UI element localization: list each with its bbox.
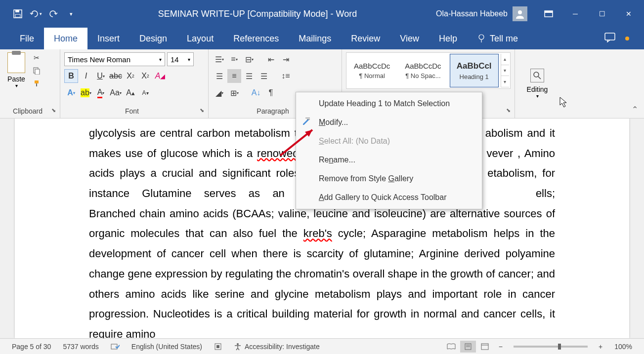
align-center-button[interactable]: ≡	[227, 69, 241, 83]
editing-group[interactable]: Editing ▾	[515, 49, 559, 118]
styles-scroll-up[interactable]: ▴	[501, 54, 509, 65]
tab-help[interactable]: Help	[429, 28, 467, 49]
style-normal[interactable]: AaBbCcDc ¶ Normal	[347, 54, 396, 87]
user-account[interactable]: Ola-Hassan Habeeb	[436, 6, 527, 21]
numbering-button[interactable]: ≡ ▾	[227, 52, 241, 66]
svg-rect-21	[216, 345, 219, 348]
tab-file[interactable]: File	[10, 28, 44, 49]
style-heading-1[interactable]: AaBbCcl Heading 1	[450, 54, 499, 87]
tab-layout[interactable]: Layout	[177, 28, 223, 49]
print-layout-button[interactable]	[460, 341, 476, 353]
shading-button[interactable]: ◢ ▾	[213, 86, 226, 100]
grow-font-button[interactable]: A▴	[124, 86, 137, 100]
ctx-remove-from-gallery[interactable]: Remove from Style Gallery	[296, 169, 482, 188]
tell-me[interactable]: Tell me	[467, 28, 528, 49]
styles-launcher[interactable]: ⬊	[506, 107, 511, 114]
styles-scroll-down[interactable]: ▾	[501, 65, 509, 77]
borders-button[interactable]: ⊞ ▾	[227, 86, 241, 100]
tab-design[interactable]: Design	[129, 28, 177, 49]
styles-expand[interactable]: ▾	[501, 76, 509, 87]
highlight-button[interactable]: ab ▾	[79, 86, 93, 100]
qat-customize[interactable]: ▾	[63, 6, 79, 22]
language[interactable]: English (United States)	[126, 343, 208, 351]
quick-access-toolbar: ▾ ▾	[4, 6, 79, 22]
format-painter-button[interactable]	[31, 78, 43, 89]
justify-button[interactable]: ☰	[257, 69, 271, 83]
font-launcher[interactable]: ⬊	[200, 107, 204, 114]
change-case-button[interactable]: Aa ▾	[109, 86, 123, 100]
svg-rect-11	[35, 80, 39, 83]
multilevel-button[interactable]: ⊟ ▾	[242, 52, 256, 66]
align-right-button[interactable]: ☰	[242, 69, 256, 83]
underline-button[interactable]: U ▾	[94, 69, 108, 83]
macro-icon[interactable]	[208, 343, 228, 351]
zoom-slider[interactable]	[514, 346, 588, 348]
cut-button[interactable]: ✂	[31, 52, 43, 63]
save-button[interactable]	[10, 6, 26, 22]
minimize-button[interactable]: ─	[564, 6, 587, 22]
close-button[interactable]: ✕	[617, 6, 640, 22]
increase-indent-button[interactable]: ⇥	[279, 52, 293, 66]
subscript-button[interactable]: X2	[124, 69, 137, 83]
web-layout-button[interactable]	[477, 341, 493, 353]
spell-check-icon[interactable]	[105, 343, 126, 351]
font-name-combo[interactable]: Times New Roman▾	[64, 52, 165, 66]
maximize-button[interactable]: ☐	[591, 6, 613, 22]
window-controls: ─ ☐ ✕	[537, 6, 640, 22]
read-mode-button[interactable]	[443, 341, 459, 353]
modify-icon	[302, 117, 312, 128]
view-buttons	[443, 341, 493, 353]
italic-button[interactable]: I	[79, 69, 93, 83]
strikethrough-button[interactable]: abc	[109, 69, 123, 83]
clear-formatting-button[interactable]: A◢	[153, 69, 167, 83]
redo-button[interactable]	[45, 6, 61, 22]
tab-review[interactable]: Review	[341, 28, 390, 49]
font-group: Times New Roman▾ 14▾ B I U ▾ abc X2 X2 A…	[60, 49, 209, 118]
show-marks-button[interactable]: ¶	[264, 86, 278, 100]
bold-button[interactable]: B	[64, 69, 78, 83]
zoom-level[interactable]: 100%	[608, 343, 638, 351]
collapse-ribbon-button[interactable]: ⌃	[632, 105, 638, 114]
tab-mailings[interactable]: Mailings	[289, 28, 341, 49]
ribbon-tabs: File Home Insert Design Layout Reference…	[0, 28, 644, 49]
superscript-button[interactable]: X2	[138, 69, 152, 83]
ctx-add-to-qat[interactable]: Add Gallery to Quick Access Toolbar	[296, 188, 482, 207]
svg-point-6	[479, 35, 484, 39]
align-left-button[interactable]: ☰	[213, 69, 226, 83]
copy-button[interactable]	[31, 65, 43, 76]
clipboard-launcher[interactable]: ⬊	[51, 107, 56, 114]
tab-home[interactable]: Home	[44, 28, 87, 49]
ribbon-display-button[interactable]	[537, 6, 560, 22]
find-icon	[530, 69, 544, 82]
ctx-select-all: Select All: (No Data)	[296, 132, 482, 151]
paste-button[interactable]: Paste ▾	[4, 52, 29, 89]
text-effects-button[interactable]: A ▾	[64, 86, 78, 100]
word-count[interactable]: 5737 words	[57, 343, 104, 351]
svg-rect-8	[605, 33, 615, 40]
svg-line-14	[538, 77, 541, 79]
comments-icon[interactable]	[604, 33, 615, 44]
ctx-update-to-match[interactable]: Update Heading 1 to Match Selection	[296, 94, 482, 113]
ctx-rename[interactable]: Rename...	[296, 151, 482, 169]
tab-references[interactable]: References	[223, 28, 289, 49]
line-spacing-button[interactable]: ↕≡	[279, 69, 293, 83]
bullets-button[interactable]: ☰ ▾	[213, 52, 226, 66]
shrink-font-button[interactable]: A▾	[138, 86, 152, 100]
style-context-menu: Update Heading 1 to Match Selection Modi…	[296, 92, 482, 209]
zoom-out-button[interactable]: −	[493, 343, 509, 351]
decrease-indent-button[interactable]: ⇤	[264, 52, 278, 66]
undo-button[interactable]: ▾	[28, 6, 43, 22]
sort-button[interactable]: A↓	[249, 86, 263, 100]
svg-rect-26	[481, 344, 488, 350]
zoom-in-button[interactable]: +	[593, 343, 608, 351]
font-color-button[interactable]: A ▾	[94, 86, 108, 100]
ctx-modify[interactable]: Modify...	[296, 113, 482, 132]
style-no-spacing[interactable]: AaBbCcDc ¶ No Spac...	[398, 54, 447, 87]
tab-insert[interactable]: Insert	[87, 28, 129, 49]
tab-view[interactable]: View	[390, 28, 429, 49]
styles-scroll: ▴ ▾ ▾	[501, 54, 509, 87]
font-size-combo[interactable]: 14▾	[167, 52, 194, 66]
accessibility-status[interactable]: Accessibility: Investigate	[228, 343, 326, 351]
user-avatar-icon	[513, 6, 527, 21]
page-number[interactable]: Page 5 of 30	[6, 343, 57, 351]
